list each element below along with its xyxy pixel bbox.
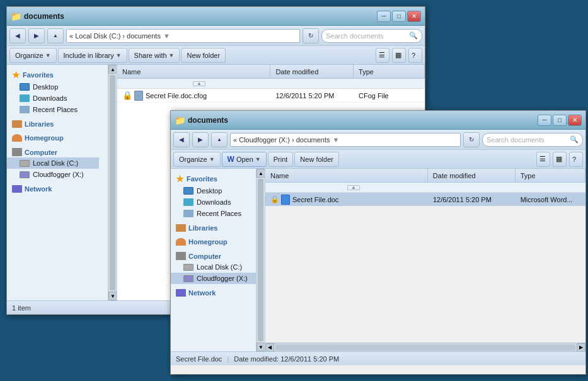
sidebar-desktop-label: Desktop — [33, 83, 58, 91]
sidebar-item-cloudfogger[interactable]: Cloudfogger (X:) — [7, 169, 99, 180]
window1-address-path[interactable]: « Local Disk (C:) › documents ▼ — [66, 29, 300, 43]
sidebar-item-local-disk[interactable]: Local Disk (C:) — [7, 157, 99, 169]
sidebar-item-desktop[interactable]: Desktop — [7, 81, 99, 93]
window1-favorites-group: ★ Favorites — [7, 67, 99, 81]
window1-file-icon-0: 🔒 — [122, 91, 143, 101]
window2-help-button[interactable]: ? — [569, 152, 583, 167]
window2-path-chevron: ▼ — [332, 136, 339, 144]
window2-refresh-button[interactable]: ↻ — [463, 132, 480, 147]
window1-help-button[interactable]: ? — [408, 48, 422, 63]
window2-file-row-0[interactable]: 🔒 Secret File.doc 12/6/2011 5:20 PM Micr… — [265, 193, 585, 207]
window1-col-name[interactable]: Name — [117, 65, 270, 78]
window1-computer-label: Computer — [25, 149, 57, 156]
window2-minimize-button[interactable]: ─ — [538, 115, 551, 126]
downloads-icon — [20, 94, 30, 102]
window1-title: documents — [24, 12, 64, 21]
window2-sidebar-item-desktop[interactable]: Desktop — [171, 185, 256, 196]
window2-close-button[interactable]: ✕ — [568, 115, 582, 126]
window1-search-box[interactable]: Search documents 🔍 — [321, 29, 422, 43]
window1-col-type[interactable]: Type — [354, 65, 425, 78]
window1-sidebar-scrollbar[interactable]: ▲ ▼ — [108, 65, 117, 300]
window1-refresh-button[interactable]: ↻ — [303, 28, 319, 43]
window1-folder-icon: 📁 — [11, 11, 21, 21]
window2-sidebar-item-cloudfogger[interactable]: Cloudfogger (X:) — [171, 273, 256, 284]
window1-new-folder-button[interactable]: New folder — [181, 48, 226, 63]
window1-details-button[interactable]: ▦ — [392, 48, 406, 63]
sidebar-item-downloads[interactable]: Downloads — [7, 93, 99, 104]
window2-details-button[interactable]: ▦ — [553, 152, 567, 167]
window2-h-scroll-thumb[interactable] — [275, 344, 575, 351]
window2-sidebar-scrollbar[interactable]: ▲ ▼ — [256, 169, 265, 351]
window2-libraries-group: Libraries — [171, 222, 256, 233]
window2-forward-button[interactable]: ▶ — [192, 132, 209, 147]
window2-organize-button[interactable]: Organize ▼ — [173, 152, 221, 167]
window2-sidebar-item-recent[interactable]: Recent Places — [171, 208, 256, 219]
window2-sidebar-scroll-up[interactable]: ▲ — [257, 169, 265, 178]
window1-back-button[interactable]: ◀ — [9, 28, 26, 43]
window2-up-button[interactable]: ▲ — [211, 132, 228, 147]
window2-controls: ─ □ ✕ — [538, 115, 582, 126]
window1-forward-button[interactable]: ▶ — [28, 28, 45, 43]
window2-back-button[interactable]: ◀ — [173, 132, 190, 147]
window2-sidebar-scroll-thumb[interactable] — [258, 179, 263, 341]
window2-sidebar: ★ Favorites Desktop Downloads Recent Pla… — [171, 169, 265, 351]
window2-sidebar-item-downloads[interactable]: Downloads — [171, 196, 256, 208]
window2-scroll-right-btn[interactable]: ▶ — [577, 343, 585, 352]
window2-recent-icon — [183, 210, 193, 217]
window1-up-button[interactable]: ▲ — [47, 28, 64, 43]
window1-titlebar-left: 📁 documents — [11, 11, 64, 21]
window1-organize-button[interactable]: Organize ▼ — [9, 48, 57, 63]
window2-folder-icon: 📁 — [175, 115, 185, 125]
window2-address-path[interactable]: « Cloudfogger (X:) › documents ▼ — [230, 133, 461, 147]
desktop-icon — [20, 83, 30, 91]
window2-address-bar: ◀ ▶ ▲ « Cloudfogger (X:) › documents ▼ ↻… — [171, 130, 585, 150]
window2-organize-label: Organize — [179, 156, 207, 163]
sidebar-cloudfogger-label: Cloudfogger (X:) — [33, 171, 84, 178]
window1-minimize-button[interactable]: ─ — [377, 11, 391, 22]
sidebar-item-recent[interactable]: Recent Places — [7, 104, 99, 115]
window2-print-button[interactable]: Print — [268, 152, 294, 167]
window2-maximize-button[interactable]: □ — [553, 115, 567, 126]
window2-open-button[interactable]: W Open ▼ — [222, 152, 267, 167]
cfog-icon — [134, 91, 143, 101]
window2-scroll-top-btn[interactable]: ▲ — [347, 185, 360, 190]
window2-sidebar-scroll-down[interactable]: ▼ — [257, 343, 265, 351]
window1-include-library-chevron: ▼ — [116, 52, 122, 59]
window2-organize-chevron: ▼ — [209, 156, 215, 162]
window2-statusbar: Secret File.doc | Date modified: 12/6/20… — [171, 351, 585, 365]
window1-share-with-button[interactable]: Share with ▼ — [129, 48, 180, 63]
window2-h-scrollbar[interactable]: ◀ ▶ — [265, 343, 585, 351]
window2-search-box[interactable]: Search documents 🔍 — [482, 133, 583, 147]
sidebar-downloads-label: Downloads — [33, 94, 67, 102]
window2-file-type-0: Microsoft Word... — [516, 196, 585, 203]
window2-new-folder-label: New folder — [300, 156, 333, 163]
window1-network-label: Network — [25, 185, 52, 193]
window1-toolbar-right: ☰ ▦ ? — [376, 48, 422, 63]
window2: 📁 documents ─ □ ✕ ◀ ▶ ▲ « Cloudfogger (X… — [170, 110, 586, 375]
window1-file-row-0[interactable]: 🔒 Secret File.doc.cfog 12/6/2011 5:20 PM… — [117, 89, 425, 103]
window2-downloads-icon — [183, 198, 193, 206]
window1-maximize-button[interactable]: □ — [392, 11, 406, 22]
window1-sidebar-scroll-thumb[interactable] — [110, 75, 115, 290]
window1-view-button[interactable]: ☰ — [376, 48, 389, 63]
window2-sidebar-item-local-disk[interactable]: Local Disk (C:) — [171, 261, 256, 273]
window2-col-date[interactable]: Date modified — [428, 169, 516, 182]
window2-col-name[interactable]: Name — [265, 169, 428, 182]
window2-view-button[interactable]: ☰ — [536, 152, 550, 167]
window2-col-type[interactable]: Type — [516, 169, 585, 182]
window2-titlebar-left: 📁 documents — [175, 115, 228, 125]
window1-col-date[interactable]: Date modified — [270, 65, 354, 78]
window2-computer-label: Computer — [188, 253, 221, 260]
window1-sidebar-scroll-up[interactable]: ▲ — [108, 65, 117, 74]
window1-close-button[interactable]: ✕ — [407, 11, 421, 22]
window2-scroll-left-btn[interactable]: ◀ — [265, 343, 274, 352]
window1-sidebar: ★ Favorites Desktop Downloads Recent Pla… — [7, 65, 117, 300]
window2-sidebar-downloads-label: Downloads — [197, 198, 231, 206]
window2-title: documents — [188, 116, 228, 125]
window1-sidebar-scroll-down[interactable]: ▼ — [108, 292, 117, 300]
window2-favorites-label: Favorites — [187, 175, 217, 183]
window2-local-disk-icon — [183, 264, 193, 271]
window1-include-library-button[interactable]: Include in library ▼ — [58, 48, 127, 63]
window2-new-folder-button[interactable]: New folder — [294, 152, 339, 167]
window1-search-text: Search documents — [326, 32, 384, 40]
